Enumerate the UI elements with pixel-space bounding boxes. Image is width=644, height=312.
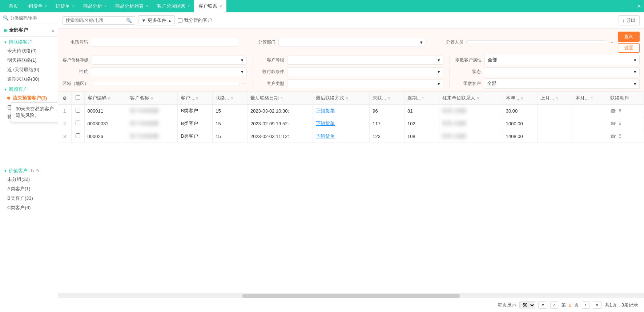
sidebar-all-customers[interactable]: ⊞ 全部客户 « [0,24,58,37]
th-type[interactable]: 客户... ⇅ [178,92,213,105]
sidebar-item-overdue[interactable]: 逾期未联络(30) [0,74,58,84]
sidebar-item-churn-warning[interactable]: 流失预警客户(3) [0,93,58,103]
cell-date-1: 2023-02-09 19:52: [247,117,313,130]
filter-divider-5 [253,68,253,76]
filter-region-select[interactable] [92,82,240,85]
cell-method-2[interactable]: 下销货单 [313,130,370,143]
sidebar-section-review[interactable]: ▼ 回顾客户 [0,84,58,93]
export-button[interactable]: ↑ 导出 [619,15,640,25]
sidebar-item-7days[interactable]: 近7天待联络(0) [0,65,58,74]
sidebar-item-classB[interactable]: B类客户(33) [0,194,58,203]
th-overdue[interactable]: 逾期... ⇅ [404,92,439,105]
toolbar-search-icon[interactable]: 🔍 [126,18,132,23]
filter-divider-1 [244,38,244,46]
sidebar-item-tomorrow[interactable]: 明天待联络(1) [0,56,58,65]
select-all-checkbox[interactable] [76,95,80,100]
next-page-button[interactable]: › [582,301,590,309]
prev-page-button[interactable]: ‹ [550,301,558,309]
filter-phone-input[interactable] [91,38,238,46]
th-last-method[interactable]: 最后联络方式 ⇅ [313,92,370,105]
filter-dots-btn[interactable]: ··· [609,39,613,45]
filter-gender-select[interactable]: ▾ [91,67,247,76]
horizontal-scrollbar[interactable] [58,293,644,298]
sort-method-icon: ⇅ [346,96,349,100]
sidebar-section-pending[interactable]: ▼ 待联络客户 [0,37,58,46]
last-page-button[interactable]: » [593,301,602,309]
th-this-year[interactable]: 本年... ⇅ [503,92,538,105]
th-code[interactable]: 客户编码 ⇅ [84,92,127,105]
th-contact[interactable]: 联络... ⇅ [213,92,247,105]
filter-payment-select[interactable]: ▾ [287,67,443,76]
cell-uncontacted-1: 117 [370,117,404,130]
tab-analysis-label: 商品分析 [83,3,102,9]
sidebar-item-classA[interactable]: A类客户(1) [0,184,58,194]
action-more-icon-1[interactable]: ⠿ [618,121,622,126]
cell-type-2: B类客户 [178,130,213,143]
sidebar-item-ungrouped[interactable]: 未分组(32) [0,175,58,184]
th-checkbox[interactable] [71,92,84,105]
cell-checkbox-0[interactable] [71,105,84,117]
filter-grade-level-select[interactable]: ▾ [92,56,247,65]
action-more-icon-0[interactable]: ⠿ [618,108,622,114]
filter-zero-attr-label: 零散客户属性 [455,57,482,63]
cell-overdue-1: 102 [404,117,439,130]
tab-sales[interactable]: 销货单 × [24,0,51,12]
per-page-select[interactable]: 50 [519,301,535,309]
more-conditions-button[interactable]: ▼ 更多条件 ▲ [138,15,175,25]
toolbar: 🔍 ▼ 更多条件 ▲ 我分管的客户 ↑ 导出 [58,12,644,29]
th-uncontacted[interactable]: 未联... ⇅ [370,92,404,105]
filter-status-select[interactable]: ▾ [484,67,640,76]
tab-analysis[interactable]: 商品分析 × [79,0,111,12]
sidebar-item-today[interactable]: 今天待联络(0) [0,46,58,56]
tab-customer-contact-close[interactable]: × [220,4,222,8]
th-contact-person[interactable]: 往来单位联系人 ⇅ [439,92,503,105]
sidebar-section-value[interactable]: ▼ 价值客户 ↻ ✎ [0,165,58,175]
section-value-refresh[interactable]: ↻ [31,168,35,174]
cell-method-1[interactable]: 下销货单 [313,117,370,130]
th-settings[interactable]: ⚙ [58,92,71,105]
filter-divider-2 [432,38,432,46]
close-all-button[interactable]: ✕ [637,3,641,9]
filter-person-select[interactable] [466,40,607,44]
sidebar-item-classC[interactable]: C类客户(6) [0,203,58,212]
action-phone-icon-2[interactable]: ☎ [610,134,616,139]
filter-zero-customer-select[interactable]: 全部 ▾ [484,78,640,89]
action-phone-icon-0[interactable]: ☎ [610,108,616,114]
th-name[interactable]: 客户名称 ⇅ [127,92,178,105]
cell-checkbox-2[interactable] [71,130,84,143]
filter-customer-type-select[interactable]: ▾ [287,79,443,88]
my-customers-checkbox-label[interactable]: 我分管的客户 [178,17,212,24]
action-more-icon-2[interactable]: ⠿ [618,134,622,139]
tab-customer-tier-close[interactable]: × [188,4,190,8]
filter-grade-select[interactable]: ▾ [287,56,443,65]
tab-home[interactable]: 首页 [3,0,24,12]
tab-sales-close[interactable]: × [45,4,47,8]
filter-region-dots[interactable]: ··· [243,81,247,86]
sidebar-search-input[interactable] [10,16,55,21]
tab-analysis-list[interactable]: 商品分析列表 × [111,0,152,12]
toolbar-search-input[interactable] [66,18,125,23]
filter-dept-select[interactable]: ▾ [278,38,426,47]
tab-purchase-close[interactable]: × [72,4,74,8]
th-last-date[interactable]: 最后联络日期 ⇅ [247,92,313,105]
filter-settings-button[interactable]: 设置 [618,43,640,53]
chevron-down-icon-dept: ▾ [420,40,423,45]
scrollbar-thumb[interactable] [242,294,460,298]
tab-customer-tier[interactable]: 客户分层经营 × [153,0,194,12]
tab-analysis-close[interactable]: × [104,4,106,8]
sidebar-collapse-icon[interactable]: « [52,28,54,33]
tab-purchase[interactable]: 进货单 × [51,0,79,12]
cell-method-0[interactable]: 下销货单 [313,105,370,117]
filter-customer-type: 客户类型 ▾ [259,79,443,88]
query-button[interactable]: 查询 [618,32,640,42]
section-value-edit[interactable]: ✎ [36,168,40,174]
first-page-button[interactable]: « [538,301,547,309]
tab-analysis-list-close[interactable]: × [146,4,148,8]
filter-zero-attr-select[interactable]: 全部 ▾ [484,55,640,65]
tab-customer-contact[interactable]: 客户联系 × [194,0,226,12]
th-this-month[interactable]: 本月... ⇅ [572,92,607,105]
cell-checkbox-1[interactable] [71,117,84,130]
my-customers-checkbox[interactable] [178,18,182,23]
th-last-month[interactable]: 上月... ⇅ [538,92,572,105]
action-phone-icon-1[interactable]: ☎ [610,121,616,126]
